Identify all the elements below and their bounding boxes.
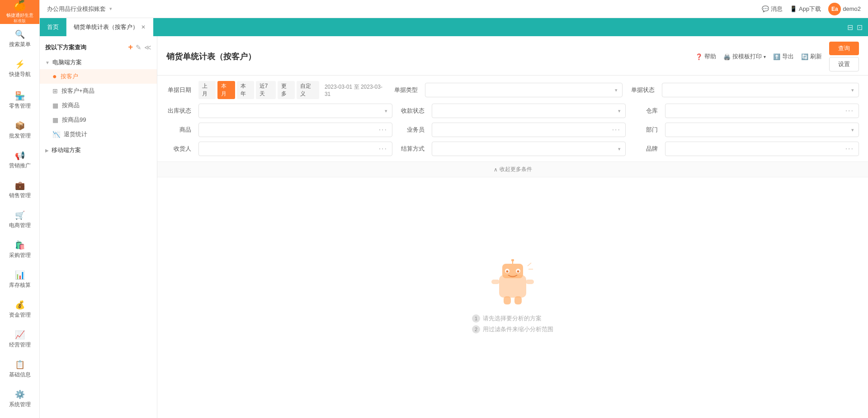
date-tab-last-month[interactable]: 上月 — [198, 81, 216, 99]
sidebar-item-sales[interactable]: 💼 销售管理 — [0, 175, 40, 205]
group-expand-icon: ▼ — [45, 60, 50, 65]
date-tabs: 上月 本月 本年 近7天 更多 自定义 — [198, 81, 319, 99]
scheme-item-by-customer[interactable]: ● 按客户 — [40, 69, 157, 84]
scheme-group-desktop-header[interactable]: ▼ 电脑端方案 — [40, 56, 157, 69]
payment-label: 结算方式 — [400, 145, 425, 153]
tab-home[interactable]: 首页 — [40, 18, 66, 36]
tip-num-2: 2 — [472, 325, 480, 333]
sidebar-item-operations[interactable]: 📈 经营管理 — [0, 324, 40, 354]
filter-row-4: 收货人 ··· 结算方式 ▾ 品牌 ··· — [166, 142, 859, 156]
sidebar-item-quick-nav[interactable]: ⚡ 快捷导航 — [0, 54, 40, 84]
date-tab-last-7[interactable]: 近7天 — [256, 81, 276, 99]
sidebar-item-finance[interactable]: 💰 资金管理 — [0, 294, 40, 324]
system-icon: ⚙️ — [15, 390, 25, 399]
scheme-item-by-product-99[interactable]: ▦ 按商品99 — [40, 113, 157, 127]
print-icon: 🖨️ — [723, 53, 731, 60]
brand-input[interactable]: ··· — [665, 142, 859, 156]
sidebar-item-label: 快捷导航 — [9, 71, 31, 78]
tab-expand-btn[interactable]: ⊡ — [857, 23, 863, 32]
collect-status-label: 收款状态 — [400, 107, 425, 115]
left-panel: 按以下方案查询 + ✎ ≪ ▼ 电脑端方案 ● 按客户 ⊞ — [40, 36, 157, 418]
download-icon: 📱 — [790, 5, 797, 12]
sidebar-item-label: 经营管理 — [9, 341, 31, 349]
svg-rect-10 — [504, 296, 511, 304]
scheme-group-mobile-header[interactable]: ▶ 移动端方案 — [40, 143, 157, 157]
doc-status-select[interactable]: ▾ — [662, 83, 859, 97]
collect-status-arrow-icon: ▾ — [618, 108, 621, 114]
app-logo[interactable]: 🍊 畅捷通好生意 标准版 — [0, 0, 40, 24]
edit-scheme-btn[interactable]: ✎ — [136, 43, 142, 52]
date-range-text: 2023-03-01 至 2023-03-31 — [325, 83, 386, 97]
message-icon: 💬 — [762, 5, 769, 12]
filter-row-1: 单据日期 上月 本月 本年 近7天 更多 自定义 2023-03-01 至 20… — [166, 81, 859, 99]
date-tab-custom[interactable]: 自定义 — [297, 81, 319, 99]
warehouse-input[interactable]: ··· — [665, 104, 859, 118]
salesperson-input[interactable]: ··· — [432, 123, 626, 137]
collect-status-select[interactable]: ▾ — [432, 104, 626, 118]
tab-minimize-btn[interactable]: ⊟ — [847, 23, 853, 32]
dept-arrow-icon: ▾ — [851, 127, 854, 133]
sidebar-item-wholesale[interactable]: 📦 批发管理 — [0, 115, 40, 145]
collapse-panel-btn[interactable]: ≪ — [144, 43, 151, 52]
sidebar-item-basic[interactable]: 📋 基础信息 — [0, 354, 40, 384]
collapse-bar[interactable]: ∧ 收起更多条件 — [157, 162, 868, 177]
payment-select[interactable]: ▾ — [432, 142, 626, 156]
print-arrow-icon: ▾ — [764, 54, 766, 59]
sidebar-item-label: 营销推广 — [9, 162, 31, 170]
tab-bar: 首页 销货单统计表（按客户） ✕ ⊟ ⊡ — [40, 18, 868, 36]
left-panel-header: 按以下方案查询 + ✎ ≪ — [40, 41, 157, 56]
print-btn[interactable]: 🖨️ 按模板打印 ▾ — [723, 52, 766, 61]
page-title: 销货单统计表（按客户） — [166, 51, 256, 62]
sidebar-item-system[interactable]: ⚙️ 系统管理 — [0, 384, 40, 414]
product-input[interactable]: ··· — [198, 123, 392, 137]
sidebar-item-retail[interactable]: 🏪 零售管理 — [0, 86, 40, 115]
tip-text-1: 请先选择要分析的方案 — [483, 314, 542, 323]
settings-button[interactable]: 设置 — [829, 57, 859, 71]
scheme-item-by-customer-product[interactable]: ⊞ 按客户+商品 — [40, 84, 157, 98]
consignee-input[interactable]: ··· — [198, 142, 392, 156]
query-button[interactable]: 查询 — [829, 42, 859, 55]
user-name: demo2 — [843, 5, 861, 12]
scheme-icon-product: ▦ — [52, 102, 58, 109]
scheme-icon-return: 📉 — [52, 131, 60, 138]
consignee-label: 收货人 — [166, 145, 191, 153]
out-status-select[interactable]: ▾ — [198, 104, 392, 118]
doc-type-select[interactable]: ▾ — [425, 83, 622, 97]
date-tab-this-year[interactable]: 本年 — [237, 81, 254, 99]
sidebar-item-inventory[interactable]: 📊 库存核算 — [0, 265, 40, 294]
sidebar-item-search[interactable]: 🔍 搜索菜单 — [0, 24, 40, 54]
top-header: 办公用品行业模拟账套 ▾ 💬 消息 📱 App下载 Ea demo2 — [40, 0, 868, 18]
tip-text-2: 用过滤条件来缩小分析范围 — [483, 325, 553, 333]
tab-sales-stat[interactable]: 销货单统计表（按客户） ✕ — [66, 18, 153, 36]
export-btn[interactable]: ⬆️ 导出 — [773, 52, 794, 61]
avatar: Ea — [828, 3, 841, 15]
empty-illustration — [486, 259, 540, 309]
refresh-btn[interactable]: 🔄 刷新 — [801, 52, 822, 61]
tab-close-icon[interactable]: ✕ — [141, 24, 146, 30]
date-tab-this-month[interactable]: 本月 — [217, 81, 235, 99]
date-label: 单据日期 — [166, 86, 191, 94]
help-btn[interactable]: ❓ 帮助 — [695, 52, 716, 61]
primary-actions: 查询 设置 — [829, 42, 859, 71]
sidebar-item-ecommerce[interactable]: 🛒 电商管理 — [0, 205, 40, 235]
user-profile[interactable]: Ea demo2 — [828, 3, 861, 15]
sidebar-item-enterprise[interactable]: 🤝 企业协同 — [0, 414, 40, 418]
out-status-label: 出库状态 — [166, 107, 191, 115]
export-icon: ⬆️ — [773, 53, 780, 60]
dept-select[interactable]: ▾ — [665, 123, 859, 137]
svg-rect-9 — [526, 280, 534, 284]
add-scheme-btn[interactable]: + — [128, 43, 133, 52]
date-tab-more[interactable]: 更多 — [278, 81, 295, 99]
logo-sub: 标准版 — [14, 18, 26, 24]
message-action[interactable]: 💬 消息 — [762, 5, 783, 13]
app-download-action[interactable]: 📱 App下载 — [790, 5, 821, 13]
scheme-item-return-stat[interactable]: 📉 退货统计 — [40, 127, 157, 142]
svg-point-4 — [506, 271, 509, 273]
sidebar-item-label: 销售管理 — [9, 192, 31, 200]
sidebar-item-label: 电商管理 — [9, 222, 31, 229]
left-panel-actions: + ✎ ≪ — [128, 43, 151, 52]
scheme-item-by-product[interactable]: ▦ 按商品 — [40, 98, 157, 113]
sidebar-item-marketing[interactable]: 📢 营销推广 — [0, 145, 40, 175]
svg-rect-0 — [499, 275, 526, 298]
sidebar-item-purchase[interactable]: 🛍️ 采购管理 — [0, 235, 40, 265]
